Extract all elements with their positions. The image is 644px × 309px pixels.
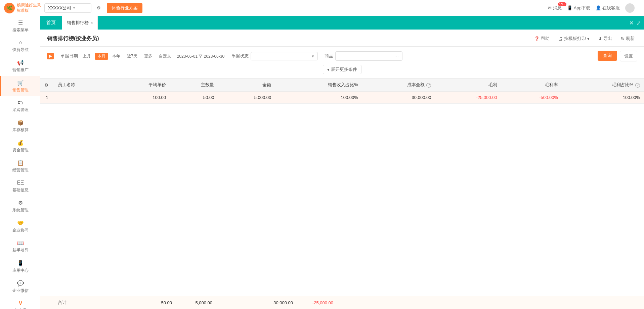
purchase-icon: 🛍 [18, 100, 23, 106]
sidebar-item-label: 快捷导航 [12, 47, 29, 53]
col-quantity: 主数量 [170, 79, 218, 92]
export-btn[interactable]: ⬇ 导出 [596, 34, 615, 43]
gross-pct-hint-icon[interactable]: ? [635, 83, 640, 88]
status-filter-label: 单据状态 [231, 53, 249, 59]
message-btn[interactable]: ✉ 消息 99+ [548, 5, 562, 11]
message-badge: 99+ [558, 2, 566, 6]
goods-input[interactable]: ··· [335, 51, 402, 61]
newbie-icon: 📖 [17, 240, 24, 246]
date-btn-current-month[interactable]: 本月 [95, 53, 108, 60]
sidebar-item-label: 系统管理 [12, 207, 29, 213]
export-label: 导出 [603, 36, 612, 42]
cell-sales-pct: 100.00% [275, 92, 362, 104]
tab-window-close-btn[interactable]: ✕ [629, 20, 634, 26]
sidebar-item-label: 资金管理 [12, 147, 29, 153]
sidebar-item-membership[interactable]: V 畅会员 [0, 297, 40, 309]
app-download-btn[interactable]: 📱 App下载 [567, 5, 590, 11]
sidebar-item-search-order[interactable]: ☰ 搜索菜单 [0, 16, 40, 36]
filter-collapse-btn[interactable]: ▶ [47, 53, 54, 59]
date-btn-last-month[interactable]: 上月 [80, 53, 93, 60]
goods-more-btn[interactable]: ··· [394, 53, 399, 59]
filter-goods: 商品 ··· [325, 51, 402, 61]
cell-rank: 1 [40, 92, 54, 104]
message-icon: ✉ [548, 5, 552, 10]
finance-icon: 💰 [17, 140, 24, 146]
template-print-btn[interactable]: 🖨 按模板打印 ▾ [556, 34, 592, 43]
company-settings-btn[interactable]: ⚙ [94, 3, 103, 13]
sidebar-item-system[interactable]: ⚙ 系统管理 [0, 196, 40, 216]
col-avg-price: 平均单价 [112, 79, 170, 92]
filter-date: 单据日期 上月 本月 本年 近7天 更多 自定义 2023-06-01 至 20… [60, 53, 224, 60]
col-cost: 成本全额 ? [362, 79, 435, 92]
sidebar-item-sales[interactable]: 🛒 销售管理 [0, 76, 40, 96]
sidebar-item-app-center[interactable]: 📱 应用中心 [0, 257, 40, 277]
quick-nav-icon: ⌂ [19, 40, 22, 46]
operations-icon: 📋 [17, 160, 24, 166]
online-service-btn[interactable]: 👤 在线客服 [596, 5, 620, 11]
tab-close-icon[interactable]: × [91, 21, 93, 25]
avatar[interactable] [625, 3, 635, 13]
sidebar-item-base-info[interactable]: EΞ 基础信息 [0, 176, 40, 196]
status-select[interactable]: ▾ [251, 52, 318, 60]
col-name: 员工名称 [54, 79, 112, 92]
table-footer: 合计 50.00 5,000.00 30,000.00 -25,000.00 [40, 296, 644, 309]
expand-row: ▾ 展开更多条件 [47, 65, 637, 74]
sidebar-item-enterprise-wechat[interactable]: 💬 企业微信 [0, 277, 40, 297]
col-settings-icon: ⚙ [44, 83, 48, 88]
filter-settings-btn[interactable]: 设置 [620, 51, 637, 61]
cell-avg-price: 100.00 [112, 92, 170, 104]
search-order-icon: ☰ [18, 19, 23, 26]
expand-icon: ▾ [327, 67, 330, 72]
sidebar-item-label: 经营管理 [12, 167, 29, 173]
date-btn-custom[interactable]: 自定义 [156, 53, 174, 60]
main-content: 首页 销售排行榜 × ✕ ⤢ 销售排行榜(按业务员) ❓ 帮助 🖨 按模板打印 … [40, 16, 644, 309]
sales-icon: 🛒 [17, 80, 24, 86]
trial-btn[interactable]: 体验行业方案 [107, 3, 142, 13]
expand-conditions-btn[interactable]: ▾ 展开更多条件 [323, 65, 361, 74]
sidebar-item-marketing[interactable]: 📢 营销推广 [0, 56, 40, 76]
cell-gross-pct: 100.00% [562, 92, 644, 104]
sidebar-item-newbie[interactable]: 📖 新手引导 [0, 237, 40, 257]
page-actions: ❓ 帮助 🖨 按模板打印 ▾ ⬇ 导出 ↻ 刷新 [531, 34, 637, 43]
col-settings[interactable]: ⚙ [40, 79, 54, 92]
sidebar-item-operations[interactable]: 📋 经营管理 [0, 156, 40, 176]
filter-status: 单据状态 ▾ [231, 52, 318, 60]
tab-sales-ranking[interactable]: 销售排行榜 × [62, 16, 98, 30]
sidebar-item-purchase[interactable]: 🛍 采购管理 [0, 96, 40, 116]
sidebar-item-label: 畅会员 [14, 308, 27, 309]
sidebar-item-label: 库存核算 [12, 127, 29, 133]
export-icon: ⬇ [598, 36, 602, 41]
company-name: XXXXX公司 [48, 5, 71, 11]
footer-quantity: 50.00 [138, 300, 172, 305]
help-btn[interactable]: ❓ 帮助 [531, 34, 552, 43]
tab-home[interactable]: 首页 [40, 16, 62, 30]
page-title: 销售排行榜(按业务员) [47, 35, 99, 42]
footer-cost: 30,000.00 [253, 300, 293, 305]
date-btn-more[interactable]: 更多 [141, 53, 155, 60]
sidebar-item-finance[interactable]: 💰 资金管理 [0, 136, 40, 156]
tab-window-maximize-btn[interactable]: ⤢ [636, 20, 641, 26]
sidebar-item-enterprise-collab[interactable]: 🤝 企业协同 [0, 216, 40, 237]
template-print-icon: 🖨 [558, 36, 563, 41]
query-btn[interactable]: 查询 [598, 51, 617, 61]
cost-hint-icon[interactable]: ? [426, 83, 431, 88]
sidebar-item-inventory[interactable]: 📦 库存核算 [0, 116, 40, 136]
date-btn-7days[interactable]: 近7天 [124, 53, 140, 60]
sidebar-item-label: 基础信息 [12, 187, 29, 193]
data-table: ⚙ 员工名称 平均单价 主数量 全额 销售收入占比% 成本全额 ? 毛利 毛利率… [40, 79, 644, 104]
refresh-btn[interactable]: ↻ 刷新 [618, 34, 637, 43]
cell-gross: -25,000.00 [435, 92, 501, 104]
app-download-label: App下载 [574, 5, 590, 11]
company-selector[interactable]: XXXXX公司 ▾ [44, 3, 91, 13]
status-dropdown-icon: ▾ [312, 54, 314, 59]
logo-icon: 🌿 [4, 3, 15, 13]
date-btn-current-year[interactable]: 本年 [110, 53, 123, 60]
logo-text: 畅康通好生意 标准版 [17, 3, 41, 13]
tab-bar: 首页 销售排行榜 × ✕ ⤢ [40, 16, 644, 30]
header-right: ✉ 消息 99+ 📱 App下载 👤 在线客服 [548, 3, 640, 13]
sidebar-item-quick-nav[interactable]: ⌂ 快捷导航 [0, 36, 40, 56]
template-print-label: 按模板打印 [564, 36, 586, 42]
company-dropdown-icon: ▾ [73, 6, 75, 10]
tab-label: 销售排行榜 [67, 20, 89, 26]
help-label: 帮助 [541, 36, 550, 42]
